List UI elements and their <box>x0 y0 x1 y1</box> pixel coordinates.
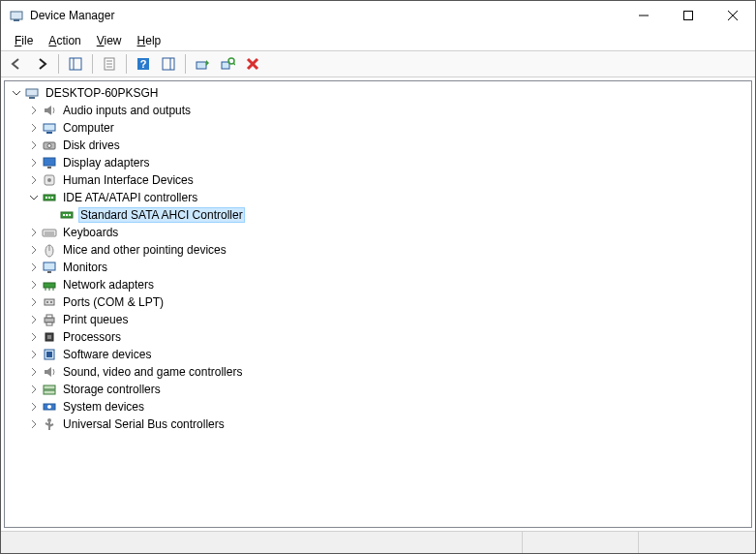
tree-node-label: Universal Serial Bus controllers <box>61 417 227 431</box>
tree-node[interactable]: DESKTOP-60PKSGH <box>5 84 751 102</box>
tree-expand-icon[interactable] <box>26 225 42 240</box>
tree-node[interactable]: Human Interface Devices <box>5 171 751 189</box>
tree-node[interactable]: Monitors <box>5 259 751 276</box>
tree-expand-icon[interactable] <box>26 382 42 397</box>
tree-node[interactable]: Keyboards <box>5 224 751 241</box>
tree-expand-icon[interactable] <box>26 312 42 327</box>
statusbar-segment <box>639 532 755 553</box>
tree-node[interactable]: Processors <box>5 328 751 346</box>
hid-icon <box>42 172 57 188</box>
toolbar: ? <box>1 50 755 77</box>
tree-expand-icon[interactable] <box>26 294 42 310</box>
toolbar-tree-button[interactable] <box>64 52 87 76</box>
tree-node[interactable]: Universal Serial Bus controllers <box>5 416 751 433</box>
port-icon <box>42 294 57 310</box>
svg-rect-0 <box>11 12 22 19</box>
svg-rect-24 <box>44 124 55 131</box>
tree-expand-icon[interactable] <box>26 416 42 432</box>
tree-node-label: Storage controllers <box>61 383 163 396</box>
svg-rect-1 <box>14 19 19 21</box>
tree-expander-placeholder <box>44 207 59 223</box>
svg-point-27 <box>47 144 51 148</box>
svg-point-65 <box>47 418 51 422</box>
tree-node-label: System devices <box>61 400 146 414</box>
disk-icon <box>42 138 57 153</box>
tree-expand-icon[interactable] <box>26 242 42 258</box>
mouse-icon <box>42 242 57 258</box>
cpu-icon <box>42 329 57 345</box>
svg-point-31 <box>47 178 51 182</box>
tree-node[interactable]: Computer <box>5 119 751 137</box>
tree-expand-icon[interactable] <box>26 138 42 153</box>
svg-rect-62 <box>44 390 55 394</box>
tree-node[interactable]: Disk drives <box>5 137 751 154</box>
tree-node-label: DESKTOP-60PKSGH <box>44 86 160 100</box>
tree-node[interactable]: Sound, video and game controllers <box>5 363 751 381</box>
tree-collapse-icon[interactable] <box>26 190 42 205</box>
menu-action[interactable]: Action <box>41 32 88 49</box>
sound-icon <box>42 364 57 380</box>
ide-icon <box>59 207 75 223</box>
tree-expand-icon[interactable] <box>26 155 42 170</box>
tree-expand-icon[interactable] <box>26 399 42 415</box>
tree-expand-icon[interactable] <box>26 103 42 118</box>
tree-expand-icon[interactable] <box>26 329 42 345</box>
svg-rect-56 <box>46 323 52 325</box>
tree-node-label: Standard SATA AHCI Controller <box>78 207 245 223</box>
menu-file[interactable]: File <box>7 32 41 49</box>
tree-node[interactable]: Ports (COM & LPT) <box>5 293 751 311</box>
tree-node[interactable]: System devices <box>5 398 751 416</box>
svg-rect-23 <box>29 97 35 99</box>
minimize-button[interactable] <box>621 1 666 30</box>
tree-node-label: Computer <box>61 121 116 135</box>
toolbar-update-driver-button[interactable] <box>191 52 214 76</box>
tree-node[interactable]: Software devices <box>5 346 751 363</box>
tree-node[interactable]: IDE ATA/ATAPI controllers <box>5 189 751 206</box>
tree-expand-icon[interactable] <box>26 364 42 380</box>
svg-point-53 <box>50 301 52 303</box>
tree-node[interactable]: Network adapters <box>5 276 751 293</box>
tree-node[interactable]: Mice and other pointing devices <box>5 241 751 259</box>
svg-rect-14 <box>163 58 174 70</box>
maximize-button[interactable] <box>666 1 711 30</box>
tree-expand-icon[interactable] <box>26 277 42 292</box>
monitor-icon <box>42 260 57 275</box>
statusbar <box>1 531 755 553</box>
tree-expand-icon[interactable] <box>26 347 42 362</box>
software-icon <box>42 347 57 362</box>
svg-text:?: ? <box>140 58 147 70</box>
svg-rect-60 <box>46 352 52 357</box>
toolbar-scan-hardware-button[interactable] <box>216 52 239 76</box>
tree-node-label: Processors <box>61 330 123 344</box>
tree-expand-icon[interactable] <box>26 120 42 136</box>
toolbar-forward-button[interactable] <box>30 52 53 76</box>
tree-collapse-icon[interactable] <box>9 85 24 101</box>
toolbar-back-button[interactable] <box>5 52 28 76</box>
menu-view[interactable]: View <box>89 32 130 49</box>
window-title: Device Manager <box>30 9 621 22</box>
system-icon <box>42 399 57 415</box>
tree-node[interactable]: Audio inputs and outputs <box>5 102 751 119</box>
tree-node-label: Ports (COM & LPT) <box>61 295 166 309</box>
tree-expand-icon[interactable] <box>26 172 42 188</box>
svg-rect-34 <box>48 197 50 199</box>
display-icon <box>42 155 57 170</box>
toolbar-uninstall-button[interactable] <box>241 52 264 76</box>
device-manager-icon <box>9 8 24 23</box>
titlebar: Device Manager <box>1 1 755 30</box>
tree-node[interactable]: Storage controllers <box>5 381 751 398</box>
toolbar-help-button[interactable]: ? <box>132 52 155 76</box>
tree-node[interactable]: Print queues <box>5 311 751 328</box>
tree-node[interactable]: Display adapters <box>5 154 751 171</box>
svg-rect-28 <box>44 158 55 166</box>
toolbar-properties-button[interactable] <box>98 52 121 76</box>
tree-node[interactable]: Standard SATA AHCI Controller <box>5 206 751 224</box>
svg-rect-16 <box>197 62 206 69</box>
device-tree[interactable]: DESKTOP-60PKSGHAudio inputs and outputsC… <box>4 80 752 528</box>
svg-rect-54 <box>45 318 54 323</box>
tree-expand-icon[interactable] <box>26 260 42 275</box>
toolbar-actionpane-button[interactable] <box>157 52 180 76</box>
svg-point-52 <box>46 301 48 303</box>
close-button[interactable] <box>711 1 755 30</box>
menu-help[interactable]: Help <box>130 32 169 49</box>
